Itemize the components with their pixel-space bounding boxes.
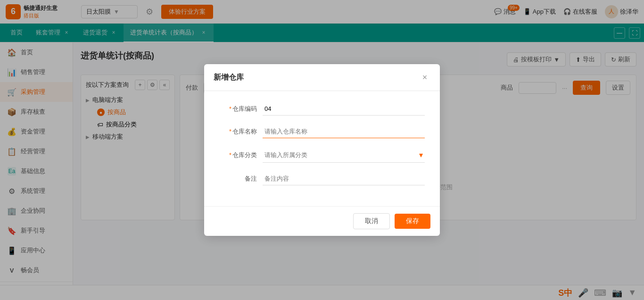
form-row-category: 仓库分类 ▾ [219, 148, 425, 163]
form-row-note: 备注 [219, 172, 425, 185]
note-label: 备注 [219, 175, 257, 183]
modal-header: 新增仓库 × [204, 64, 440, 91]
category-dropdown-icon: ▾ [419, 150, 423, 159]
name-label: 仓库名称 [219, 127, 257, 136]
modal-footer: 取消 保存 [204, 206, 440, 236]
name-input[interactable] [263, 125, 425, 138]
modal-body: 仓库编码 仓库名称 仓库分类 ▾ 备注 [204, 91, 440, 206]
save-button[interactable]: 保存 [395, 214, 430, 229]
modal-close-button[interactable]: × [419, 72, 430, 83]
form-row-name: 仓库名称 [219, 125, 425, 138]
cancel-button[interactable]: 取消 [353, 213, 390, 229]
category-select-wrap[interactable]: ▾ [263, 148, 425, 163]
form-row-code: 仓库编码 [219, 102, 425, 116]
note-input[interactable] [263, 172, 425, 185]
category-label: 仓库分类 [219, 151, 257, 159]
modal-overlay[interactable]: 新增仓库 × 仓库编码 仓库名称 仓库分类 ▾ [0, 0, 644, 300]
code-input[interactable] [263, 102, 425, 116]
category-input[interactable] [264, 151, 419, 158]
modal-new-warehouse: 新增仓库 × 仓库编码 仓库名称 仓库分类 ▾ [204, 64, 440, 236]
modal-title: 新增仓库 [214, 73, 244, 83]
code-label: 仓库编码 [219, 105, 257, 113]
